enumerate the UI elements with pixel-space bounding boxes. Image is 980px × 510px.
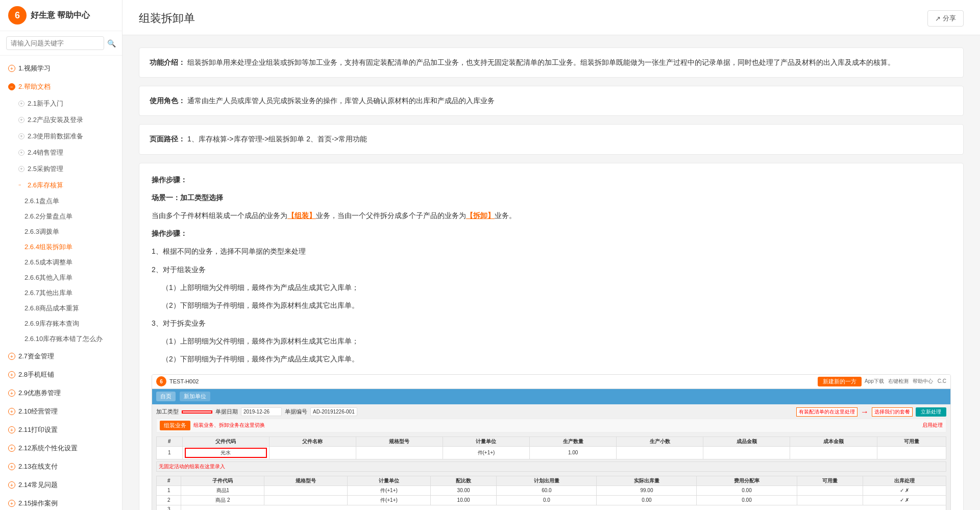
sidebar-item-cost-recalc[interactable]: 2.6.8商品成本重算	[0, 301, 122, 316]
item-label: 2.2产品安装及登录	[28, 115, 83, 125]
th-parent-name: 父件名称	[269, 436, 356, 446]
screenshot-sub-table: # 子件代码 规格型号 计量单位 配比数 计划出用量 实际出库量 费用分配率 可…	[156, 476, 946, 510]
th-prod-dec: 生产小数	[617, 436, 703, 446]
search-box: 🔍	[0, 31, 122, 56]
screenshot-icons: App下载 右键检测 帮助中心 C.C	[865, 378, 946, 385]
screenshot-nav-bar: 自页 新加单位	[152, 389, 950, 404]
sub-th-actual: 实际出库量	[597, 476, 697, 485]
expand-icon: +	[8, 353, 15, 360]
step-3-1: （1）上部明细为父件明细，最终作为原材料生成其它出库单；	[162, 335, 951, 348]
sidebar-item-sales[interactable]: + 2.4销售管理	[0, 144, 122, 161]
sidebar-item-stocktake2[interactable]: 2.6.2分量盘点单	[0, 209, 122, 224]
role-intro-label: 使用角色：	[150, 96, 185, 105]
sub-td-9	[797, 485, 863, 495]
search-button[interactable]: 🔍	[107, 39, 116, 47]
sub-th-cost: 费用分配率	[697, 476, 797, 485]
sub-td-10: ✓ ✗	[863, 485, 946, 495]
sidebar-item-payment[interactable]: + 2.13在线支付	[0, 458, 122, 475]
sidebar: 6 好生意 帮助中心 🔍 + 1.视频学习 − 2.帮助文档 + 2.1新手入门	[0, 0, 122, 510]
table-row: 1 光水 件(+1+) 1.00	[157, 446, 946, 459]
sidebar-item-video[interactable]: + 1.视频学习	[0, 60, 122, 77]
sidebar-header: 6 好生意 帮助中心	[0, 0, 122, 31]
expand-icon: +	[8, 426, 15, 433]
sub-td-3	[264, 485, 348, 495]
expand-icon: +	[8, 500, 15, 507]
td-avail	[877, 446, 946, 459]
sidebar-item-data-prep[interactable]: + 2.3使用前数据准备	[0, 128, 122, 144]
sub-th-plan: 计划出用量	[497, 476, 597, 485]
sidebar-item-finance[interactable]: + 2.7资金管理	[0, 348, 122, 365]
sidebar-item-print[interactable]: + 2.11打印设置	[0, 421, 122, 439]
sidebar-item-coupon[interactable]: + 2.9优惠券管理	[0, 384, 122, 402]
nav-section-video: + 1.视频学习	[0, 60, 122, 77]
sidebar-item-label: 2.10经营管理	[18, 407, 58, 416]
expand-icon: +	[8, 65, 15, 72]
item-label: 2.6库存核算	[28, 181, 63, 190]
sub-td2-9	[797, 495, 863, 505]
sidebar-item-docs[interactable]: − 2.帮助文档	[0, 78, 122, 95]
sidebar-item-mgmt[interactable]: + 2.10经营管理	[0, 403, 122, 420]
item-label: 2.5采购管理	[28, 164, 63, 174]
sub-td-6: 60.0	[497, 485, 597, 495]
share-button[interactable]: ↗ 分享	[927, 10, 964, 27]
expand-icon: +	[8, 463, 15, 470]
expand-icon: +	[8, 371, 15, 378]
sidebar-item-mobile[interactable]: + 2.8手机旺铺	[0, 366, 122, 383]
scenario1-title: 场景一：加工类型选择	[152, 193, 223, 202]
step-2: 2、对于组装业务	[152, 263, 951, 276]
sidebar-item-cost-adj[interactable]: 2.6.5成本调整单	[0, 255, 122, 270]
td-spec	[356, 446, 443, 459]
th-index: #	[157, 436, 183, 446]
step-3-2: （2）下部明细为子件明细，最终作为产成品生成其它入库单。	[162, 353, 951, 366]
td-name	[269, 446, 356, 459]
sidebar-item-other-in[interactable]: 2.6.6其他入库单	[0, 270, 122, 285]
feature-intro-text: 组装拆卸单用来处理企业组装或拆卸等加工业务，支持有固定装配清单的产品加工业务，也…	[187, 58, 895, 66]
th-avail: 可用量	[877, 436, 946, 446]
sidebar-item-newbie[interactable]: + 2.1新手入门	[0, 95, 122, 112]
nav-section-finance: + 2.7资金管理	[0, 348, 122, 365]
sidebar-item-inventory[interactable]: − 2.6库存核算	[0, 177, 122, 193]
sidebar-item-purchase[interactable]: + 2.5采购管理	[0, 161, 122, 177]
expand-sm-icon: +	[18, 150, 24, 156]
sub-th-unit: 计量单位	[348, 476, 431, 485]
sidebar-item-faq[interactable]: + 2.14常见问题	[0, 476, 122, 494]
sidebar-item-transfer[interactable]: 2.6.3调拨单	[0, 224, 122, 239]
sidebar-item-stock-error[interactable]: 2.6.10库存账本错了怎么办	[0, 331, 122, 347]
td-dec	[617, 446, 703, 459]
share-icon: ↗	[935, 15, 941, 22]
th-prod-amt: 成品金额	[703, 436, 790, 446]
nav-section-coupon: + 2.9优惠券管理	[0, 384, 122, 402]
annotation-switch: 组装业务、拆卸业务在这里切换	[193, 422, 265, 429]
sidebar-item-stocktake[interactable]: 2.6.1盘点单	[0, 193, 122, 209]
feature-intro-label: 功能介绍：	[150, 58, 185, 66]
form-label-docno: 单据编号	[285, 408, 307, 416]
sidebar-item-cases[interactable]: + 2.15操作案例	[0, 495, 122, 510]
feature-intro-block: 功能介绍： 组装拆卸单用来处理企业组装或拆卸等加工业务，支持有固定装配清单的产品…	[139, 47, 964, 78]
step-2-2: （2）下部明细为子件明细，最终作为原材料生成其它出库单。	[162, 299, 951, 312]
search-input[interactable]	[6, 36, 104, 50]
sidebar-item-customize[interactable]: + 2.12系统个性化设置	[0, 440, 122, 457]
item-label: 2.1新手入门	[28, 99, 63, 108]
sidebar-item-install[interactable]: + 2.2产品安装及登录	[0, 112, 122, 128]
nav-section-payment: + 2.13在线支付	[0, 458, 122, 475]
sub-table-row: 2 商品 2 件(+1+) 10.00 0.0 0.00 0.00 ✓	[157, 495, 946, 505]
page-title: 组装拆卸单	[139, 11, 195, 26]
step-2-1: （1）上部明细为父件明细，最终作为产成品生成其它入库单；	[162, 281, 951, 294]
sidebar-item-assembly[interactable]: 2.6.4组装拆卸单	[0, 239, 122, 255]
sub-td2-10: ✓ ✗	[863, 495, 946, 505]
td-index: 1	[157, 446, 183, 459]
nav-section-mgmt: + 2.10经营管理	[0, 403, 122, 420]
sidebar-item-label: 2.9优惠券管理	[18, 388, 61, 398]
path-intro-label: 页面路径：	[150, 135, 185, 143]
sidebar-item-label: 2.15操作案例	[18, 499, 58, 508]
sidebar-item-stock-query[interactable]: 2.6.9库存账本查询	[0, 316, 122, 331]
sub-td2-7: 0.00	[597, 495, 697, 505]
sub-th-qty: 配比数	[430, 476, 497, 485]
screenshot-top-bar: 6 TEST-H002 新建新的一方 App下载 右键检测 帮助中心 C.C	[152, 375, 950, 389]
screenshot-app-id: TEST-H002	[169, 378, 199, 384]
sidebar-item-other-out[interactable]: 2.6.7其他出库单	[0, 285, 122, 301]
nav-section-faq: + 2.14常见问题	[0, 476, 122, 494]
sidebar-item-label: 2.8手机旺铺	[18, 370, 54, 379]
th-spec: 规格型号	[356, 436, 443, 446]
sub-td-7: 99.00	[597, 485, 697, 495]
